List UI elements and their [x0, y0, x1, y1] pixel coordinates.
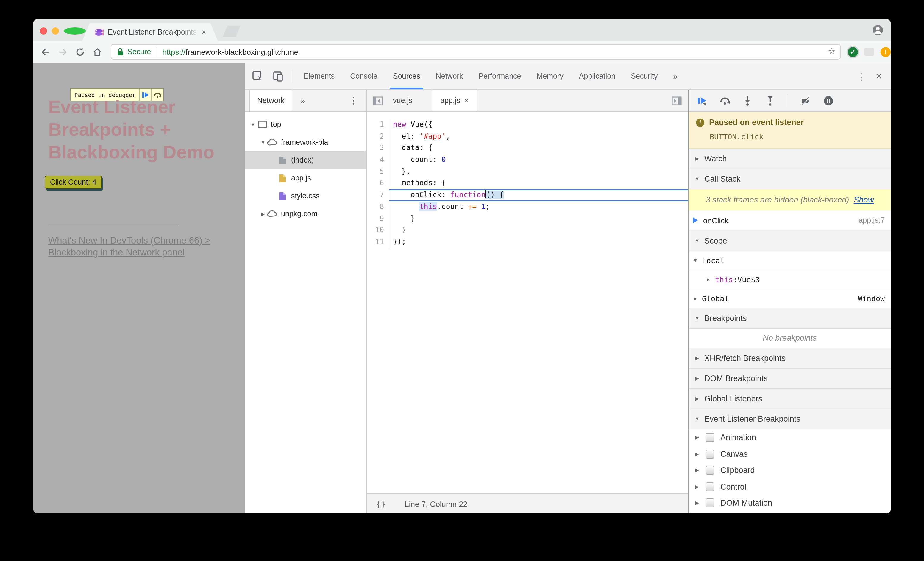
devtools-tab-console[interactable]: Console	[342, 63, 385, 89]
event-category-control[interactable]: ▶Control	[689, 478, 891, 495]
tree-item-top[interactable]: ▼top	[245, 116, 366, 134]
event-category-animation[interactable]: ▶Animation	[689, 429, 891, 446]
extension-alert-icon[interactable]: !	[880, 47, 891, 57]
deactivate-breakpoints-icon[interactable]	[801, 96, 811, 106]
code-line-6[interactable]: 6 methods: {	[367, 178, 688, 189]
new-tab-button[interactable]	[223, 26, 240, 37]
step-out-icon[interactable]	[765, 96, 775, 106]
page-link[interactable]: What's New In DevTools (Chrome 66) > Bla…	[48, 235, 225, 258]
code-line-5[interactable]: 5 },	[367, 166, 688, 178]
scope-global-row[interactable]: ▶ Global Window	[689, 290, 891, 309]
category-checkbox[interactable]	[705, 433, 714, 442]
tree-item-style-css[interactable]: style.css	[245, 187, 366, 205]
code-line-2[interactable]: 2 el: '#app',	[367, 131, 688, 142]
tree-item--index-[interactable]: (index)	[245, 151, 366, 169]
editor-tab-close-icon[interactable]: ×	[464, 96, 468, 105]
line-number[interactable]: 9	[367, 213, 389, 225]
minimize-window-button[interactable]	[52, 27, 59, 34]
resume-script-icon[interactable]	[697, 96, 707, 106]
call-stack-frame[interactable]: onClick app.js:7	[689, 210, 891, 231]
devtools-menu-icon[interactable]: ⋮	[857, 72, 866, 81]
code-line-9[interactable]: 9 }	[367, 213, 688, 225]
show-blackboxed-link[interactable]: Show	[854, 195, 874, 204]
line-number[interactable]: 2	[367, 131, 389, 142]
line-number[interactable]: 1	[367, 119, 389, 131]
tree-expander-icon[interactable]: ▼	[249, 122, 257, 127]
section-dom-breakpoints[interactable]: ▶ DOM Breakpoints	[689, 369, 891, 389]
devtools-tab-sources[interactable]: Sources	[385, 63, 428, 89]
zoom-window-button[interactable]	[64, 27, 86, 34]
devtools-tab-performance[interactable]: Performance	[471, 63, 529, 89]
close-window-button[interactable]	[40, 27, 47, 34]
line-number[interactable]: 8	[367, 201, 389, 213]
scope-local-row[interactable]: ▼ Local	[689, 251, 891, 270]
chevron-right-icon[interactable]: ▶	[693, 452, 701, 457]
category-checkbox[interactable]	[705, 450, 714, 459]
line-number[interactable]: 4	[367, 154, 389, 166]
event-category-dom-mutation[interactable]: ▶DOM Mutation	[689, 495, 891, 511]
extension-check-icon[interactable]: ✓	[848, 47, 858, 57]
devtools-tab-network[interactable]: Network	[428, 63, 471, 89]
device-toolbar-icon[interactable]	[270, 69, 286, 84]
event-category-clipboard[interactable]: ▶Clipboard	[689, 462, 891, 478]
category-checkbox[interactable]	[705, 482, 714, 491]
section-watch[interactable]: ▶ Watch	[689, 149, 891, 169]
profile-avatar-icon[interactable]	[872, 24, 884, 36]
code-line-4[interactable]: 4 count: 0	[367, 154, 688, 166]
editor-tab-vue-js[interactable]: vue.js	[385, 90, 421, 111]
code-editor[interactable]: 1new Vue({2 el: '#app',3 data: {4 count:…	[367, 112, 688, 493]
chevron-right-icon[interactable]: ▶	[693, 435, 701, 440]
code-line-8[interactable]: 8 this.count += 1;	[367, 201, 688, 213]
extension-disabled-icon[interactable]	[864, 48, 874, 56]
browser-tab[interactable]: Event Listener Breakpoints + B ×	[82, 22, 218, 41]
scope-this-row[interactable]: ▶ this: Vue$3	[689, 270, 891, 290]
tree-item-app-js[interactable]: app.js	[245, 169, 366, 187]
tab-close-icon[interactable]: ×	[202, 28, 206, 36]
line-number[interactable]: 3	[367, 142, 389, 154]
show-debugger-sidebar-icon[interactable]	[669, 93, 684, 108]
line-number[interactable]: 10	[367, 225, 389, 236]
pretty-print-icon[interactable]: {}	[376, 500, 386, 508]
category-checkbox[interactable]	[705, 466, 714, 475]
section-call-stack[interactable]: ▼ Call Stack	[689, 169, 891, 189]
devtools-tab-security[interactable]: Security	[623, 63, 665, 89]
code-line-10[interactable]: 10 }	[367, 225, 688, 236]
section-event-listener-breakpoints[interactable]: ▼ Event Listener Breakpoints	[689, 409, 891, 429]
event-category-canvas[interactable]: ▶Canvas	[689, 446, 891, 462]
chevron-right-icon[interactable]: ▶	[693, 468, 701, 473]
devtools-close-icon[interactable]: ✕	[876, 72, 882, 81]
navigator-tab-network[interactable]: Network	[249, 90, 292, 111]
line-number[interactable]: 11	[367, 236, 389, 248]
home-icon[interactable]	[92, 47, 102, 57]
code-line-1[interactable]: 1new Vue({	[367, 119, 688, 131]
url-bar[interactable]: Secure https://framework-blackboxing.gli…	[111, 44, 841, 60]
devtools-more-tabs-icon[interactable]: »	[665, 63, 686, 89]
line-number[interactable]: 5	[367, 166, 389, 178]
back-icon[interactable]	[40, 47, 51, 57]
step-into-icon[interactable]	[742, 96, 753, 106]
frame-location[interactable]: app.js:7	[858, 216, 891, 225]
section-scope[interactable]: ▼ Scope	[689, 231, 891, 251]
chevron-right-icon[interactable]: ▶	[693, 484, 701, 489]
navigator-more-tabs-icon[interactable]: »	[301, 96, 305, 105]
bookmark-star-icon[interactable]: ☆	[828, 46, 835, 56]
navigator-menu-icon[interactable]: ⋮	[349, 95, 358, 106]
step-over-icon[interactable]	[720, 96, 730, 106]
click-count-button[interactable]: Click Count: 4	[45, 176, 102, 189]
tree-item-unpkg-com[interactable]: ▶unpkg.com	[245, 205, 366, 223]
tree-expander-icon[interactable]: ▶	[259, 211, 267, 216]
reload-icon[interactable]	[75, 47, 85, 57]
section-global-listeners[interactable]: ▶ Global Listeners	[689, 389, 891, 409]
section-xhr-breakpoints[interactable]: ▶ XHR/fetch Breakpoints	[689, 348, 891, 369]
code-line-3[interactable]: 3 data: {	[367, 142, 688, 154]
tree-item-framework-bla[interactable]: ▼framework-bla	[245, 134, 366, 151]
devtools-tab-memory[interactable]: Memory	[529, 63, 571, 89]
line-number[interactable]: 7	[367, 189, 389, 201]
section-breakpoints[interactable]: ▼ Breakpoints	[689, 309, 891, 329]
tree-expander-icon[interactable]: ▼	[259, 140, 267, 145]
category-checkbox[interactable]	[705, 499, 714, 508]
hide-navigator-icon[interactable]	[370, 93, 385, 108]
forward-icon[interactable]	[58, 47, 68, 57]
devtools-tab-application[interactable]: Application	[571, 63, 623, 89]
code-line-7[interactable]: 7 onClick: function() {	[367, 189, 688, 201]
